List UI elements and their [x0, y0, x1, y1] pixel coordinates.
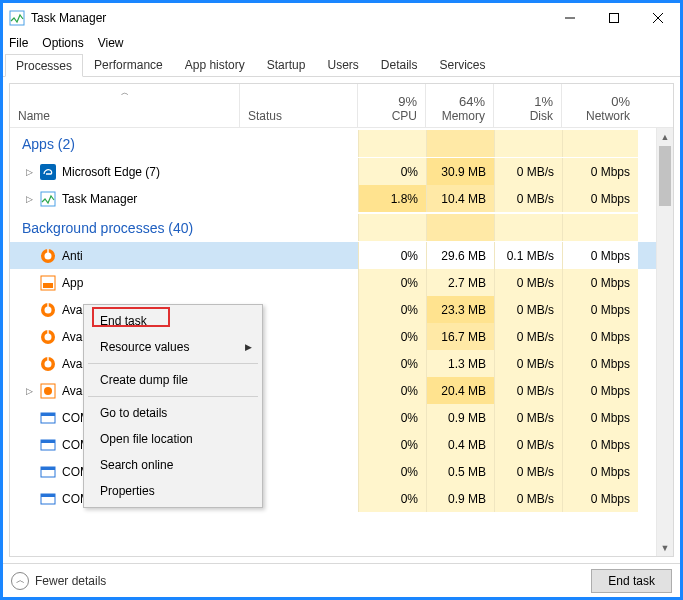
table-row[interactable]: Anti0%29.6 MB0.1 MB/s0 Mbps	[10, 242, 673, 269]
header-name[interactable]: ︿ Name	[10, 84, 240, 127]
svg-rect-26	[41, 440, 55, 443]
menu-view[interactable]: View	[98, 36, 124, 50]
context-menu-item[interactable]: Create dump file	[86, 367, 260, 393]
minimize-button[interactable]	[548, 3, 592, 33]
disk-cell: 0.1 MB/s	[494, 242, 562, 269]
header-memory[interactable]: 64%Memory	[426, 84, 494, 127]
tab-users[interactable]: Users	[316, 53, 369, 76]
context-menu-item[interactable]: Resource values▶	[86, 334, 260, 360]
memory-cell: 20.4 MB	[426, 377, 494, 404]
network-cell: 0 Mbps	[562, 485, 638, 512]
svg-rect-24	[41, 413, 55, 416]
expand-icon[interactable]: ▷	[24, 167, 34, 177]
process-icon	[40, 383, 56, 399]
svg-rect-20	[47, 357, 48, 361]
disk-cell: 0 MB/s	[494, 185, 562, 212]
header-network[interactable]: 0%Network	[562, 84, 638, 127]
cpu-cell: 0%	[358, 431, 426, 458]
tab-processes[interactable]: Processes	[5, 54, 83, 77]
header-cpu[interactable]: 9%CPU	[358, 84, 426, 127]
memory-cell: 0.9 MB	[426, 485, 494, 512]
process-icon	[40, 491, 56, 507]
memory-cell: 29.6 MB	[426, 242, 494, 269]
disk-cell: 0 MB/s	[494, 485, 562, 512]
memory-cell: 0.5 MB	[426, 458, 494, 485]
svg-point-22	[44, 387, 52, 395]
cpu-cell: 0%	[358, 350, 426, 377]
context-menu-item[interactable]: Go to details	[86, 400, 260, 426]
group-header: Apps (2)	[10, 128, 358, 158]
titlebar[interactable]: Task Manager	[3, 3, 680, 33]
disk-cell: 0 MB/s	[494, 431, 562, 458]
context-menu-item[interactable]: Properties	[86, 478, 260, 504]
scroll-down-icon[interactable]: ▼	[657, 539, 673, 556]
network-cell: 0 Mbps	[562, 350, 638, 377]
footer: ︿ Fewer details End task	[3, 563, 680, 597]
disk-cell: 0 MB/s	[494, 458, 562, 485]
tab-details[interactable]: Details	[370, 53, 429, 76]
disk-cell: 0 MB/s	[494, 323, 562, 350]
process-icon	[40, 329, 56, 345]
memory-cell: 2.7 MB	[426, 269, 494, 296]
tab-services[interactable]: Services	[429, 53, 497, 76]
process-icon	[40, 275, 56, 291]
process-icon	[40, 410, 56, 426]
tab-app-history[interactable]: App history	[174, 53, 256, 76]
disk-cell: 0 MB/s	[494, 377, 562, 404]
network-cell: 0 Mbps	[562, 404, 638, 431]
tab-startup[interactable]: Startup	[256, 53, 317, 76]
svg-rect-5	[40, 164, 56, 180]
task-manager-icon	[9, 10, 25, 26]
cpu-cell: 0%	[358, 296, 426, 323]
memory-cell: 1.3 MB	[426, 350, 494, 377]
cpu-cell: 1.8%	[358, 185, 426, 212]
memory-cell: 0.4 MB	[426, 431, 494, 458]
disk-cell: 0 MB/s	[494, 296, 562, 323]
table-row[interactable]: App0%2.7 MB0 MB/s0 Mbps	[10, 269, 673, 296]
tab-performance[interactable]: Performance	[83, 53, 174, 76]
network-cell: 0 Mbps	[562, 458, 638, 485]
memory-cell: 16.7 MB	[426, 323, 494, 350]
table-row[interactable]: ▷Task Manager1.8%10.4 MB0 MB/s0 Mbps	[10, 185, 673, 212]
context-menu-item[interactable]: Open file location	[86, 426, 260, 452]
task-manager-window: Task Manager File Options View Processes…	[0, 0, 683, 600]
tabstrip: Processes Performance App history Startu…	[3, 53, 680, 77]
context-menu-item[interactable]: Search online	[86, 452, 260, 478]
end-task-button[interactable]: End task	[591, 569, 672, 593]
network-cell: 0 Mbps	[562, 323, 638, 350]
expand-icon[interactable]: ▷	[24, 194, 34, 204]
maximize-button[interactable]	[592, 3, 636, 33]
expand-icon[interactable]: ▷	[24, 386, 34, 396]
process-icon	[40, 248, 56, 264]
network-cell: 0 Mbps	[562, 269, 638, 296]
context-menu-separator	[88, 396, 258, 397]
column-headers: ︿ Name Status 9%CPU 64%Memory 1%Disk 0%N…	[10, 84, 673, 128]
process-name: Task Manager	[62, 192, 137, 206]
content-area: ︿ Name Status 9%CPU 64%Memory 1%Disk 0%N…	[3, 77, 680, 563]
process-icon	[40, 464, 56, 480]
menu-file[interactable]: File	[9, 36, 28, 50]
cpu-cell: 0%	[358, 323, 426, 350]
table-row[interactable]: ▷Microsoft Edge (7)0%30.9 MB0 MB/s0 Mbps	[10, 158, 673, 185]
svg-point-19	[45, 360, 52, 367]
network-cell: 0 Mbps	[562, 296, 638, 323]
scrollbar[interactable]: ▲ ▼	[656, 128, 673, 556]
disk-cell: 0 MB/s	[494, 158, 562, 185]
process-icon	[40, 302, 56, 318]
header-status[interactable]: Status	[240, 84, 358, 127]
menu-options[interactable]: Options	[42, 36, 83, 50]
svg-rect-2	[610, 14, 619, 23]
close-button[interactable]	[636, 3, 680, 33]
context-menu: End taskResource values▶Create dump file…	[83, 304, 263, 508]
svg-rect-28	[41, 467, 55, 470]
cpu-cell: 0%	[358, 242, 426, 269]
header-disk[interactable]: 1%Disk	[494, 84, 562, 127]
process-name: Ava	[62, 303, 82, 317]
cpu-cell: 0%	[358, 269, 426, 296]
scroll-up-icon[interactable]: ▲	[657, 128, 673, 145]
menubar: File Options View	[3, 33, 680, 53]
process-name: Ava	[62, 357, 82, 371]
fewer-details-button[interactable]: ︿ Fewer details	[11, 572, 106, 590]
scroll-thumb[interactable]	[659, 146, 671, 206]
memory-cell: 10.4 MB	[426, 185, 494, 212]
